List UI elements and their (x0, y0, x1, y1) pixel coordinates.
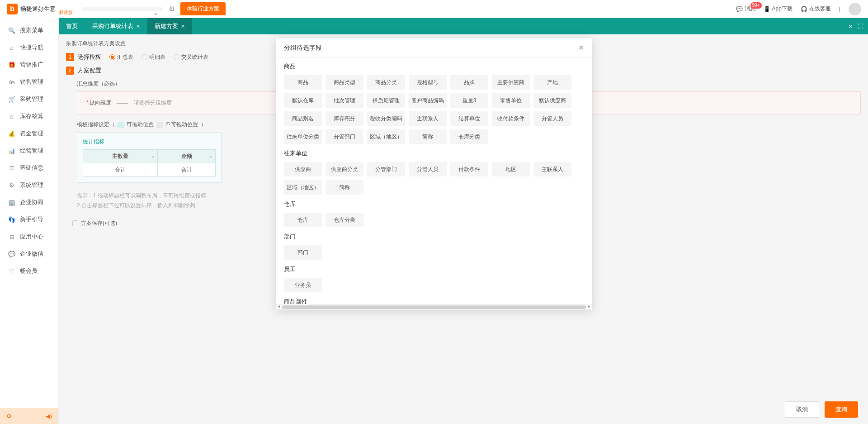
modal-title: 分组待选字段 (284, 44, 322, 52)
field-grid: 供应商供应商分类分管部门分管人员付款条件地区主联系人区域（地区）简称 (284, 162, 584, 195)
field-button[interactable]: 仓库分类 (326, 213, 363, 227)
field-button[interactable]: 地区 (492, 162, 530, 176)
field-button[interactable]: 区域（地区） (367, 129, 405, 144)
field-group-3: 部门部门 (284, 233, 584, 260)
field-button[interactable]: 产地 (533, 75, 571, 90)
field-button[interactable]: 库存积分 (326, 111, 363, 126)
field-select-modal: 分组待选字段 ✕ 商品商品商品类型商品分类规格型号品牌主要供应商产地默认仓库批次… (276, 38, 592, 310)
field-button[interactable]: 往来单位分类 (284, 129, 322, 144)
field-button[interactable]: 收付款条件 (492, 111, 530, 126)
group-title: 部门 (284, 233, 584, 241)
field-button[interactable]: 商品别名 (284, 111, 322, 126)
field-button[interactable]: 品牌 (450, 75, 488, 90)
field-button[interactable]: 默认仓库 (284, 93, 322, 108)
field-group-1: 往来单位供应商供应商分类分管部门分管人员付款条件地区主联系人区域（地区）简称 (284, 149, 584, 195)
field-button[interactable]: 默认供应商 (533, 93, 571, 108)
close-icon[interactable]: ✕ (578, 43, 584, 52)
field-button[interactable]: 客户商品编码 (409, 93, 447, 108)
field-grid: 仓库仓库分类 (284, 213, 584, 227)
field-group-2: 仓库仓库仓库分类 (284, 200, 584, 227)
field-button[interactable]: 主要供应商 (492, 75, 530, 90)
field-button[interactable]: 仓库 (284, 213, 322, 227)
field-button[interactable]: 保质期管理 (367, 93, 405, 108)
field-grid: 商品商品类型商品分类规格型号品牌主要供应商产地默认仓库批次管理保质期管理客户商品… (284, 75, 584, 144)
field-group-5: 商品属性属性颜色多规格尺码鞋码1 (284, 298, 584, 304)
group-title: 商品 (284, 62, 584, 71)
field-button[interactable]: 付款条件 (450, 162, 488, 176)
field-button[interactable]: 供应商分类 (326, 162, 363, 176)
group-title: 仓库 (284, 200, 584, 208)
field-button[interactable]: 重量3 (450, 93, 488, 108)
modal-body[interactable]: 商品商品商品类型商品分类规格型号品牌主要供应商产地默认仓库批次管理保质期管理客户… (276, 58, 592, 304)
field-button[interactable]: 商品分类 (367, 75, 405, 90)
field-button[interactable]: 区域（地区） (284, 180, 322, 195)
field-button[interactable]: 分管部门 (326, 129, 363, 144)
modal-horizontal-scrollbar[interactable] (276, 304, 592, 310)
field-button[interactable]: 分管人员 (409, 162, 447, 176)
hscroll-thumb[interactable] (282, 305, 586, 309)
group-title: 员工 (284, 265, 584, 273)
group-title: 商品属性 (284, 298, 584, 304)
field-button[interactable]: 税收分类编码 (367, 111, 405, 126)
field-button[interactable]: 仓库分类 (450, 129, 488, 144)
field-button[interactable]: 主联系人 (409, 111, 447, 126)
field-button[interactable]: 商品类型 (326, 75, 363, 90)
modal-header: 分组待选字段 ✕ (276, 38, 592, 58)
field-button[interactable]: 简称 (409, 129, 447, 144)
field-button[interactable]: 分管部门 (367, 162, 405, 176)
field-button[interactable]: 批次管理 (326, 93, 363, 108)
field-button[interactable]: 业务员 (284, 278, 322, 292)
field-button[interactable]: 供应商 (284, 162, 322, 176)
field-button[interactable]: 部门 (284, 245, 322, 260)
field-grid: 部门 (284, 245, 584, 260)
field-button[interactable]: 主联系人 (533, 162, 571, 176)
field-button[interactable]: 商品 (284, 75, 322, 90)
group-title: 往来单位 (284, 149, 584, 157)
field-button[interactable]: 结算单位 (450, 111, 488, 126)
field-grid: 业务员 (284, 278, 584, 292)
field-button[interactable]: 简称 (326, 180, 363, 195)
field-group-4: 员工业务员 (284, 265, 584, 292)
field-button[interactable]: 规格型号 (409, 75, 447, 90)
field-button[interactable]: 零售单位 (492, 93, 530, 108)
field-group-0: 商品商品商品类型商品分类规格型号品牌主要供应商产地默认仓库批次管理保质期管理客户… (284, 62, 584, 144)
field-button[interactable]: 分管人员 (533, 111, 571, 126)
